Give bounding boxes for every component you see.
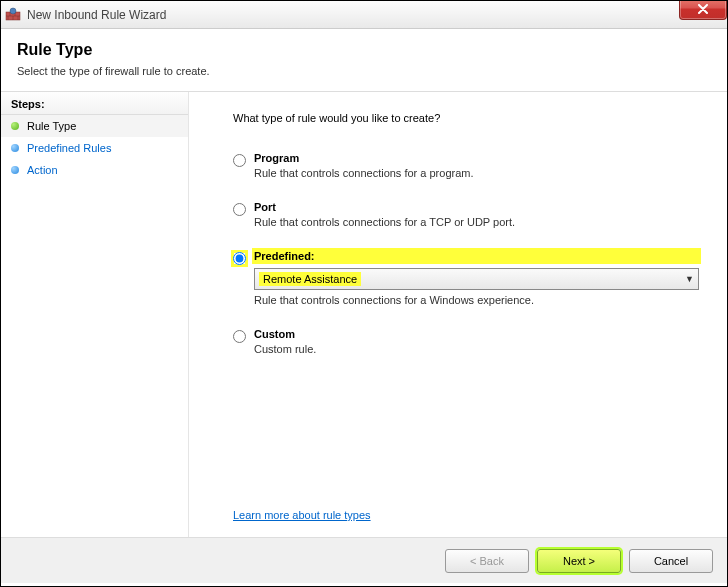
predefined-dropdown[interactable]: Remote Assistance ▼	[254, 268, 699, 290]
wizard-body: Steps: Rule Type Predefined Rules Action…	[1, 92, 727, 537]
page-subtitle: Select the type of firewall rule to crea…	[17, 65, 711, 77]
step-predefined-rules[interactable]: Predefined Rules	[1, 137, 188, 159]
option-desc: Rule that controls connections for a pro…	[254, 167, 699, 179]
wizard-header: Rule Type Select the type of firewall ru…	[1, 29, 727, 92]
option-desc: Rule that controls connections for a TCP…	[254, 216, 699, 228]
steps-sidebar: Steps: Rule Type Predefined Rules Action	[1, 92, 189, 537]
step-rule-type[interactable]: Rule Type	[1, 115, 188, 137]
option-custom[interactable]: Custom Custom rule.	[233, 328, 699, 355]
option-port[interactable]: Port Rule that controls connections for …	[233, 201, 699, 228]
option-desc: Custom rule.	[254, 343, 699, 355]
radio-custom[interactable]	[233, 330, 246, 343]
option-title: Port	[254, 201, 699, 213]
radio-port[interactable]	[233, 203, 246, 216]
steps-label: Steps:	[1, 92, 188, 115]
step-action[interactable]: Action	[1, 159, 188, 181]
question-text: What type of rule would you like to crea…	[233, 112, 699, 124]
step-bullet-icon	[11, 166, 19, 174]
firewall-icon	[5, 7, 21, 23]
dropdown-value: Remote Assistance	[259, 272, 361, 286]
option-predefined[interactable]: Predefined: Remote Assistance ▼ Rule tha…	[233, 250, 699, 306]
cancel-button[interactable]: Cancel	[629, 549, 713, 573]
option-program[interactable]: Program Rule that controls connections f…	[233, 152, 699, 179]
step-bullet-icon	[11, 122, 19, 130]
main-pane: What type of rule would you like to crea…	[189, 92, 727, 537]
radio-program[interactable]	[233, 154, 246, 167]
chevron-down-icon: ▼	[685, 274, 694, 284]
page-title: Rule Type	[17, 41, 711, 59]
option-title: Predefined:	[254, 250, 699, 262]
titlebar: New Inbound Rule Wizard	[1, 1, 727, 29]
wizard-footer: < Back Next > Cancel	[1, 537, 727, 583]
close-icon	[697, 4, 709, 14]
option-title: Custom	[254, 328, 699, 340]
window-title: New Inbound Rule Wizard	[27, 8, 166, 22]
step-label: Rule Type	[27, 120, 76, 132]
option-title: Program	[254, 152, 699, 164]
radio-predefined[interactable]	[233, 252, 246, 265]
close-button[interactable]	[679, 0, 727, 20]
step-bullet-icon	[11, 144, 19, 152]
step-label: Predefined Rules	[27, 142, 111, 154]
option-desc: Rule that controls connections for a Win…	[254, 294, 699, 306]
learn-more-link[interactable]: Learn more about rule types	[233, 509, 371, 521]
back-button: < Back	[445, 549, 529, 573]
next-button[interactable]: Next >	[537, 549, 621, 573]
step-label: Action	[27, 164, 58, 176]
svg-point-7	[10, 8, 16, 14]
